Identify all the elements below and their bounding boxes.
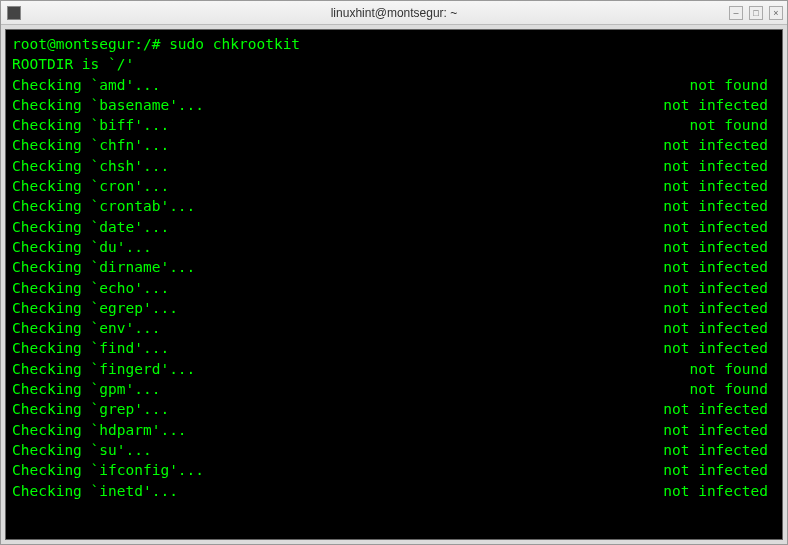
check-status: not infected xyxy=(663,95,776,115)
check-command: Checking `crontab'... xyxy=(12,196,195,216)
terminal-body[interactable]: root@montsegur:/# sudo chkrootkit ROOTDI… xyxy=(5,29,783,540)
window-title: linuxhint@montsegur: ~ xyxy=(331,6,458,20)
check-status: not infected xyxy=(663,278,776,298)
check-status: not infected xyxy=(663,257,776,277)
check-status: not infected xyxy=(663,156,776,176)
check-command: Checking `egrep'... xyxy=(12,298,178,318)
check-command: Checking `dirname'... xyxy=(12,257,195,277)
check-command: Checking `su'... xyxy=(12,440,152,460)
check-line: Checking `fingerd'...not found xyxy=(12,359,776,379)
check-line: Checking `inetd'...not infected xyxy=(12,481,776,501)
check-status: not infected xyxy=(663,196,776,216)
check-line: Checking `su'...not infected xyxy=(12,440,776,460)
check-command: Checking `grep'... xyxy=(12,399,169,419)
check-status: not infected xyxy=(663,460,776,480)
rootdir-line: ROOTDIR is `/' xyxy=(12,54,776,74)
command: sudo chkrootkit xyxy=(169,36,300,52)
check-command: Checking `chsh'... xyxy=(12,156,169,176)
window-controls: – □ × xyxy=(729,6,783,20)
check-line: Checking `amd'...not found xyxy=(12,75,776,95)
check-line: Checking `dirname'...not infected xyxy=(12,257,776,277)
check-status: not infected xyxy=(663,237,776,257)
prompt-line: root@montsegur:/# sudo chkrootkit xyxy=(12,34,776,54)
maximize-button[interactable]: □ xyxy=(749,6,763,20)
check-line: Checking `env'...not infected xyxy=(12,318,776,338)
check-command: Checking `cron'... xyxy=(12,176,169,196)
check-command: Checking `chfn'... xyxy=(12,135,169,155)
check-command: Checking `ifconfig'... xyxy=(12,460,204,480)
check-line: Checking `gpm'...not found xyxy=(12,379,776,399)
check-status: not infected xyxy=(663,420,776,440)
check-line: Checking `find'...not infected xyxy=(12,338,776,358)
check-command: Checking `fingerd'... xyxy=(12,359,195,379)
check-status: not infected xyxy=(663,318,776,338)
check-line: Checking `echo'...not infected xyxy=(12,278,776,298)
check-status: not found xyxy=(689,115,776,135)
check-status: not infected xyxy=(663,440,776,460)
terminal-icon xyxy=(7,6,21,20)
checks-output: Checking `amd'...not foundChecking `base… xyxy=(12,75,776,501)
window-icon-area xyxy=(7,6,21,20)
check-command: Checking `env'... xyxy=(12,318,160,338)
check-command: Checking `biff'... xyxy=(12,115,169,135)
check-line: Checking `egrep'...not infected xyxy=(12,298,776,318)
check-status: not infected xyxy=(663,338,776,358)
check-command: Checking `echo'... xyxy=(12,278,169,298)
check-status: not found xyxy=(689,75,776,95)
check-line: Checking `cron'...not infected xyxy=(12,176,776,196)
check-command: Checking `find'... xyxy=(12,338,169,358)
check-line: Checking `chsh'...not infected xyxy=(12,156,776,176)
check-status: not found xyxy=(689,359,776,379)
check-command: Checking `hdparm'... xyxy=(12,420,187,440)
check-line: Checking `du'...not infected xyxy=(12,237,776,257)
check-command: Checking `du'... xyxy=(12,237,152,257)
check-line: Checking `biff'...not found xyxy=(12,115,776,135)
titlebar[interactable]: linuxhint@montsegur: ~ – □ × xyxy=(1,1,787,25)
check-status: not infected xyxy=(663,217,776,237)
check-command: Checking `inetd'... xyxy=(12,481,178,501)
check-line: Checking `basename'...not infected xyxy=(12,95,776,115)
check-line: Checking `ifconfig'...not infected xyxy=(12,460,776,480)
check-status: not infected xyxy=(663,298,776,318)
check-status: not infected xyxy=(663,176,776,196)
check-line: Checking `crontab'...not infected xyxy=(12,196,776,216)
minimize-button[interactable]: – xyxy=(729,6,743,20)
check-line: Checking `chfn'...not infected xyxy=(12,135,776,155)
check-line: Checking `hdparm'...not infected xyxy=(12,420,776,440)
check-line: Checking `date'...not infected xyxy=(12,217,776,237)
check-command: Checking `amd'... xyxy=(12,75,160,95)
close-button[interactable]: × xyxy=(769,6,783,20)
check-line: Checking `grep'...not infected xyxy=(12,399,776,419)
check-command: Checking `date'... xyxy=(12,217,169,237)
check-status: not found xyxy=(689,379,776,399)
check-status: not infected xyxy=(663,481,776,501)
check-status: not infected xyxy=(663,135,776,155)
check-command: Checking `gpm'... xyxy=(12,379,160,399)
prompt: root@montsegur:/# xyxy=(12,36,169,52)
check-status: not infected xyxy=(663,399,776,419)
terminal-window: linuxhint@montsegur: ~ – □ × root@montse… xyxy=(0,0,788,545)
check-command: Checking `basename'... xyxy=(12,95,204,115)
